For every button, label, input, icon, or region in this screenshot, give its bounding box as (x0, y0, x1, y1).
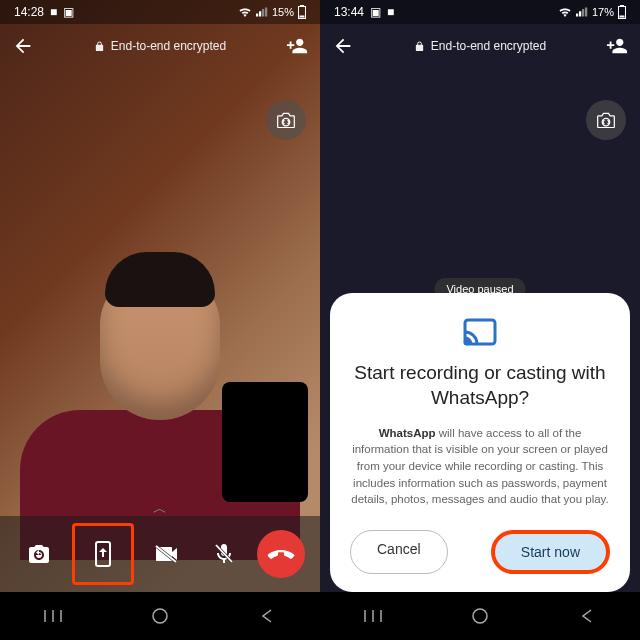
svg-rect-19 (585, 8, 587, 17)
svg-rect-6 (300, 16, 305, 18)
media-indicator-icon: ▣ (370, 5, 381, 19)
svg-rect-17 (579, 11, 581, 16)
svg-point-24 (465, 341, 468, 344)
call-header: End-to-end encrypted (0, 24, 320, 68)
back-button[interactable] (12, 35, 34, 57)
status-time: 13:44 (334, 5, 364, 19)
video-toggle-button[interactable] (143, 530, 191, 578)
screen-share-button[interactable] (79, 530, 127, 578)
wifi-icon (238, 7, 252, 17)
battery-icon (618, 5, 626, 19)
wifi-icon (558, 7, 572, 17)
mute-button[interactable] (200, 530, 248, 578)
signal-icon (576, 7, 588, 17)
svg-rect-0 (256, 14, 258, 17)
svg-rect-18 (582, 9, 584, 17)
media-indicator-icon: ▣ (63, 5, 74, 19)
phone-left: 14:28 ■ ▣ 15% End-to-end encrypted (0, 0, 320, 640)
back-nav-button[interactable] (255, 604, 279, 628)
self-view[interactable] (222, 382, 308, 502)
lock-icon (414, 41, 425, 52)
home-button[interactable] (148, 604, 172, 628)
signal-icon (256, 7, 268, 17)
recents-button[interactable] (41, 604, 65, 628)
phone-right: 13:44 ▣ ■ 17% End-to-end encrypted (320, 0, 640, 640)
battery-text: 17% (592, 6, 614, 18)
call-controls (0, 516, 320, 592)
camera-indicator-icon: ■ (50, 5, 57, 19)
svg-rect-1 (259, 11, 261, 16)
svg-rect-22 (620, 16, 625, 18)
svg-rect-2 (262, 9, 264, 17)
dialog-title: Start recording or casting with WhatsApp… (350, 361, 610, 410)
cast-icon (462, 317, 498, 353)
camera-switch-button[interactable] (266, 100, 306, 140)
camera-switch-button[interactable] (586, 100, 626, 140)
home-button[interactable] (468, 604, 492, 628)
flip-camera-button[interactable] (15, 530, 63, 578)
status-bar: 13:44 ▣ ■ 17% (320, 0, 640, 24)
back-nav-button[interactable] (575, 604, 599, 628)
start-now-button[interactable]: Start now (491, 530, 610, 574)
back-button[interactable] (332, 35, 354, 57)
battery-icon (298, 5, 306, 19)
battery-text: 15% (272, 6, 294, 18)
encryption-label: End-to-end encrypted (94, 39, 226, 53)
recording-dialog: Start recording or casting with WhatsApp… (330, 293, 630, 592)
status-bar: 14:28 ■ ▣ 15% (0, 0, 320, 24)
encryption-label: End-to-end encrypted (414, 39, 546, 53)
svg-rect-3 (265, 8, 267, 17)
android-nav-bar (0, 592, 320, 640)
camera-indicator-icon: ■ (387, 5, 394, 19)
android-nav-bar (320, 592, 640, 640)
dialog-actions: Cancel Start now (350, 530, 610, 574)
add-participant-button[interactable] (286, 35, 308, 57)
call-header: End-to-end encrypted (320, 24, 640, 68)
svg-point-15 (153, 609, 167, 623)
status-time: 14:28 (14, 5, 44, 19)
screen-share-highlight (72, 523, 134, 585)
svg-rect-16 (576, 14, 578, 17)
svg-point-28 (473, 609, 487, 623)
dialog-body: WhatsApp will have access to all of the … (350, 425, 610, 508)
add-participant-button[interactable] (606, 35, 628, 57)
end-call-button[interactable] (257, 530, 305, 578)
cancel-button[interactable]: Cancel (350, 530, 448, 574)
recents-button[interactable] (361, 604, 385, 628)
lock-icon (94, 41, 105, 52)
